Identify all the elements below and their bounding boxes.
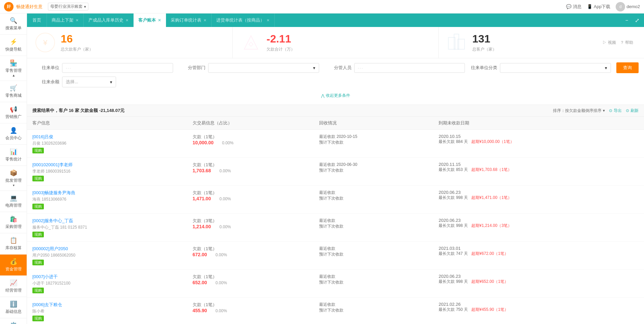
overdue-days-3: 最长欠款 998 天 超期¥1,214.00（3笔） bbox=[439, 223, 639, 229]
debt-amount-label: 欠款合计（万） bbox=[267, 47, 295, 52]
sidebar-item-ecommerce-mgmt[interactable]: 💻 电商管理 bbox=[0, 191, 27, 212]
sidebar-item-retail-mgmt[interactable]: 🏪 零售管理 ▲ bbox=[0, 56, 27, 81]
sort-button[interactable]: 排序：按欠款金额倒序排序 ▾ bbox=[553, 108, 605, 114]
customer-name-5[interactable]: [0007]小进干 bbox=[32, 274, 182, 280]
remaining-select[interactable]: 选择... ▾ bbox=[62, 77, 116, 87]
debt-customers-icon: ¥ bbox=[35, 32, 55, 53]
sidebar-item-basic-info[interactable]: ℹ️ 基础信息 bbox=[0, 297, 27, 318]
industry-selector[interactable]: 母婴行业演示账套 ▾ bbox=[48, 3, 88, 10]
overdue-amount-0[interactable]: 超期¥10,000.00（1笔） bbox=[471, 139, 514, 144]
sidebar-item-inventory[interactable]: 📋 库存核算 bbox=[0, 233, 27, 255]
chevron-down-icon3: ▾ bbox=[313, 65, 315, 70]
main-content: ¥ 16 总欠款客户（家） ◇ -2.11 欠款合计（万） bbox=[27, 27, 644, 324]
overdue-amount-6[interactable]: 超期¥455.90（1笔） bbox=[471, 307, 508, 312]
chevron-down-icon5: ▾ bbox=[110, 80, 112, 85]
close-icon2[interactable]: ✕ bbox=[125, 18, 129, 23]
tab-purchase-order-stats-label: 采购订单统计表 bbox=[171, 17, 201, 23]
total-customers-label: 总客户（家） bbox=[472, 47, 497, 52]
customer-phone-3: 服务中心_丁磊 181 0125 8371 bbox=[32, 225, 182, 230]
sidebar-item-search[interactable]: 🔍 搜索菜单 bbox=[0, 13, 27, 35]
cell-debt-info-4: 欠款（1笔） 672.00 0.00% bbox=[187, 242, 314, 270]
retail-stats-icon: 📊 bbox=[10, 148, 17, 155]
tab-home[interactable]: 首页 bbox=[27, 13, 47, 27]
customer-name-3[interactable]: [0002]服务中心_丁磊 bbox=[32, 218, 182, 224]
sidebar-item-finance[interactable]: 💰 资金管理 bbox=[0, 255, 27, 276]
table-header: 客户信息 欠交易信息（占比） 回收情况 到期未收款日期 bbox=[27, 117, 644, 130]
unit-category-select[interactable]: ▾ bbox=[500, 63, 611, 73]
stat-debt-customers: ¥ 16 总欠款客户（家） bbox=[27, 27, 233, 58]
results-summary-prefix: 搜索结果中，客户 bbox=[32, 108, 67, 113]
overdue-amount-3[interactable]: 超期¥1,214.00（3笔） bbox=[471, 223, 512, 228]
view-btn[interactable]: ▷ 视频 bbox=[603, 40, 616, 46]
cell-return-status-0: 最近收款 2020-10-15 预计下次收款 bbox=[314, 130, 433, 158]
sidebar-inventory-label: 库存核算 bbox=[5, 245, 22, 251]
collapse-bar[interactable]: ⋀ 收起更多条件 bbox=[32, 91, 639, 100]
refresh-button[interactable]: ⊙ 刷新 bbox=[626, 108, 639, 114]
sidebar-quick-nav-label: 快捷导航 bbox=[5, 47, 22, 52]
customer-name-1[interactable]: [0001020001]李老师 bbox=[32, 162, 182, 168]
overdue-amount-2[interactable]: 超期¥1,471.00（1笔） bbox=[471, 195, 512, 200]
debt-ratio-0: 0.00% bbox=[222, 141, 233, 145]
next-collection-2: 预计下次收款 bbox=[319, 196, 428, 201]
close-icon4[interactable]: ✕ bbox=[203, 18, 206, 23]
tab-customer-account[interactable]: 客户账本 ✕ bbox=[134, 13, 166, 27]
export-button[interactable]: ⊙ 导出 bbox=[609, 108, 622, 114]
export-icon: ⊙ bbox=[609, 108, 612, 113]
overdue-amount-1[interactable]: 超期¥1,703.68（1笔） bbox=[471, 167, 512, 172]
debt-amount-5: 652.00 bbox=[193, 280, 207, 285]
debt-ratio-4: 0.00% bbox=[216, 253, 227, 257]
tab-stock-history[interactable]: 产成品入库单历史 ✕ bbox=[84, 13, 134, 27]
table-row: [0016]吕俊 吕俊 13026203696 现购 欠款（1笔） 10,000… bbox=[27, 130, 644, 158]
overdue-days-0: 最长欠款 884 天 超期¥10,000.00（1笔） bbox=[439, 139, 639, 145]
sidebar-item-system-mgmt[interactable]: ⚙️ 系统管理 bbox=[0, 318, 27, 324]
minimize-btn[interactable]: － bbox=[622, 16, 632, 25]
app-download-btn[interactable]: 📱 App下载 bbox=[587, 4, 610, 10]
customer-name-2[interactable]: [0003]畅捷服务尹海燕 bbox=[32, 190, 182, 196]
cell-debt-info-3: 欠款（3笔） 1,214.00 0.00% bbox=[187, 214, 314, 242]
tab-purchase-order-stats[interactable]: 采购订单统计表 ✕ bbox=[166, 13, 212, 27]
overdue-days-1: 最长欠款 853 天 超期¥1,703.68（1笔） bbox=[439, 167, 639, 173]
col-customer-info: 客户信息 bbox=[27, 117, 187, 130]
sidebar-item-member-center[interactable]: 👤 会员中心 bbox=[0, 123, 27, 145]
message-btn[interactable]: 💬 消息 bbox=[566, 4, 582, 10]
from-unit-input[interactable]: ··· bbox=[62, 63, 173, 73]
close-icon3[interactable]: ✕ bbox=[158, 18, 161, 23]
chevron-icon2: ▾ bbox=[13, 183, 15, 187]
sidebar-item-operation-mgmt[interactable]: 📈 经营管理 bbox=[0, 276, 27, 297]
customer-name-4[interactable]: [000002]用户2050 bbox=[32, 246, 182, 252]
overdue-amount-4[interactable]: 超期¥672.00（1笔） bbox=[471, 251, 508, 256]
sidebar-item-quick-nav[interactable]: ⚡ 快捷导航 bbox=[0, 35, 27, 56]
sidebar-ecommerce-mgmt-label: 电商管理 bbox=[5, 203, 22, 208]
overdue-days-2: 最长欠款 998 天 超期¥1,471.00（1笔） bbox=[439, 195, 639, 201]
sidebar-item-marketing[interactable]: 📢 营销推广 bbox=[0, 102, 27, 123]
branch-dept-select[interactable]: ▾ bbox=[208, 63, 319, 73]
search-button[interactable]: 查询 bbox=[616, 62, 639, 73]
due-date-3: 2020.06.23 bbox=[439, 218, 639, 223]
close-icon5[interactable]: ✕ bbox=[267, 18, 270, 23]
cell-return-status-5: 最近收款 预计下次收款 bbox=[314, 270, 433, 298]
tab-product-listing[interactable]: 商品上下架 ✕ bbox=[47, 13, 84, 27]
chevron-icon: ▲ bbox=[12, 73, 16, 77]
customer-name-0[interactable]: [0016]吕俊 bbox=[32, 134, 182, 140]
sidebar-item-retail-mall[interactable]: 🛒 零售商城 bbox=[0, 81, 27, 102]
results-bar: 搜索结果中，客户 16 家 欠款金额 -21,148.07元 排序：按欠款金额倒… bbox=[27, 105, 644, 117]
stat-total-customers: 131 总客户（家） ▷ 视频 ？ 帮助 bbox=[439, 27, 644, 58]
user-avatar[interactable]: d demo2 bbox=[616, 2, 640, 11]
maximize-btn[interactable]: ⤢ bbox=[633, 17, 641, 24]
customer-phone-5: 小进干 18279152100 bbox=[32, 281, 182, 286]
filter-remaining: 往来余额 选择... ▾ bbox=[32, 77, 639, 87]
tab-purchase-stats-by-product[interactable]: 进货单统计表（按商品） ✕ bbox=[212, 13, 275, 27]
sidebar-item-wholesale-mgmt[interactable]: 📦 批发管理 ▾ bbox=[0, 166, 27, 191]
overdue-amount-5[interactable]: 超期¥652.00（1笔） bbox=[471, 279, 508, 284]
sidebar-item-purchase-mgmt[interactable]: 🛍️ 采购管理 bbox=[0, 212, 27, 233]
cell-return-status-1: 最近收款 2020-06-30 预计下次收款 bbox=[314, 158, 433, 186]
debt-count-4: 欠款（1笔） bbox=[193, 246, 309, 252]
customer-name-6[interactable]: [0006]去下粮仓 bbox=[32, 302, 182, 308]
results-info: 搜索结果中，客户 16 家 欠款金额 -21,148.07元 bbox=[32, 108, 124, 114]
sidebar-item-retail-stats[interactable]: 📊 零售统计 bbox=[0, 145, 27, 166]
help-btn[interactable]: ？ 帮助 bbox=[620, 40, 633, 46]
marketing-icon: 📢 bbox=[10, 106, 17, 113]
close-icon[interactable]: ✕ bbox=[76, 18, 79, 23]
branch-person-input[interactable]: ··· bbox=[354, 63, 465, 73]
customer-phone-4: 用户2050 18665062050 bbox=[32, 253, 182, 258]
